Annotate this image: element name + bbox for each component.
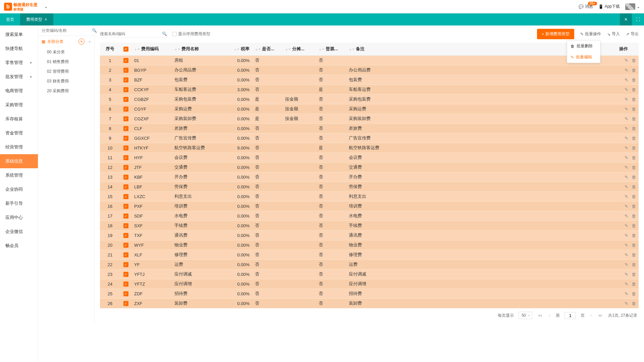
trash-icon[interactable]: 🗑 [632,175,636,180]
trash-icon[interactable]: 🗑 [632,184,636,189]
table-row[interactable]: 23 ✓ YFTJ 应付调减 0.00% 否 否 应付调减 ✎🗑 [100,269,639,279]
app-download-button[interactable]: 📱 App下载 [598,4,620,9]
table-row[interactable]: 9 ✓ GGXCF 广告宣传费 0.00% 否 否 广告宣传费 ✎🗑 [100,133,639,143]
prev-page-button[interactable]: ‹ [548,313,551,318]
table-row[interactable]: 14 ✓ LBF 劳保费 0.00% 否 否 劳保费 ✎🗑 [100,182,639,192]
table-row[interactable]: 7 ✓ CGZXF 采购装卸费 0.00% 是 按金额 否 采购装卸费 ✎🗑 [100,114,639,124]
close-icon[interactable]: ✕ [44,13,47,25]
company-selector[interactable]: ⌄ [42,3,50,10]
trash-icon[interactable]: 🗑 [632,291,636,296]
show-disabled-checkbox[interactable]: 显示停用费用类型 [172,31,210,37]
cell-select[interactable]: ✓ [120,95,131,104]
cell-select[interactable]: ✓ [120,231,131,240]
table-row[interactable]: 15 ✓ LXZC 利息支出 0.00% 否 否 利息支出 ✎🗑 [100,192,639,201]
search-input[interactable] [100,30,162,38]
category-search-input[interactable] [42,28,92,33]
table-row[interactable]: 24 ✓ YFTZ 应付调增 0.00% 否 否 应付调增 ✎🗑 [100,279,639,289]
trash-icon[interactable]: 🗑 [632,252,636,257]
table-row[interactable]: 19 ✓ TXF 通讯费 0.00% 否 否 通讯费 ✎🗑 [100,231,639,240]
table-row[interactable]: 17 ✓ SDF 水电费 0.00% 否 否 水电费 ✎🗑 [100,211,639,221]
edit-icon[interactable]: ✎ [625,58,628,63]
add-fee-type-button[interactable]: + 新增费用类型 [537,29,574,39]
trash-icon[interactable]: 🗑 [632,58,636,63]
edit-icon[interactable]: ✎ [625,223,628,228]
trash-icon[interactable]: 🗑 [632,87,636,92]
table-row[interactable]: 2 ✓ BGYP 办公用品费 0.00% 否 否 办公用品费 ✎🗑 [100,65,639,75]
table-row[interactable]: 11 ✓ HYF 会议费 0.00% 否 否 会议费 ✎🗑 [100,153,639,163]
cell-select[interactable]: ✓ [120,114,131,124]
cell-select[interactable]: ✓ [120,65,131,75]
category-item[interactable]: 03 财务费用 [47,76,94,86]
cell-select[interactable]: ✓ [120,124,131,133]
edit-icon[interactable]: ✎ [625,155,628,160]
table-row[interactable]: 6 ✓ CGYF 采购运费 0.00% 是 按金额 否 采购运费 ✎🗑 [100,104,639,114]
trash-icon[interactable]: 🗑 [632,233,636,238]
edit-icon[interactable]: ✎ [625,204,628,209]
page-input[interactable] [565,312,576,319]
sidebar-item[interactable]: 畅会员 [0,239,38,253]
tab-home[interactable]: 首页 [0,13,20,25]
trash-icon[interactable]: 🗑 [632,204,636,209]
sidebar-item[interactable]: 快捷导航 [0,42,38,56]
category-item[interactable]: 00 未分类 [47,47,94,57]
cell-select[interactable]: ✓ [120,221,131,231]
sidebar-item[interactable]: 零售管理▼ [0,56,38,70]
tab-close-all-button[interactable]: ✕ [620,13,632,25]
edit-icon[interactable]: ✎ [625,243,628,248]
col-rate[interactable]: ▲▼税率 [225,43,252,56]
cell-select[interactable]: ✓ [120,143,131,153]
collapse-icon[interactable]: « [89,39,91,44]
cell-select[interactable]: ✓ [120,250,131,260]
next-page-button[interactable]: › [589,313,593,318]
sidebar-item[interactable]: 库存核算 [0,112,38,126]
col-select-all[interactable]: ✓ [120,43,131,56]
cell-select[interactable]: ✓ [120,182,131,192]
trash-icon[interactable]: 🗑 [632,262,636,267]
edit-icon[interactable]: ✎ [625,272,628,277]
tab-fee-type[interactable]: 费用类型 ✕ [20,13,53,25]
col-code[interactable]: ▲▼费用编码 [131,43,172,56]
sidebar-item[interactable]: 系统管理 [0,168,38,182]
trash-icon[interactable]: 🗑 [632,68,636,73]
edit-icon[interactable]: ✎ [625,262,628,267]
cell-select[interactable]: ✓ [120,289,131,299]
edit-icon[interactable]: ✎ [625,252,628,257]
table-row[interactable]: 3 ✓ BZF 包装费 0.00% 否 否 包装费 ✎🗑 [100,75,639,85]
import-button[interactable]: ↘ 导入 [607,31,620,37]
trash-icon[interactable]: 🗑 [632,126,636,131]
cell-select[interactable]: ✓ [120,299,131,308]
trash-icon[interactable]: 🗑 [632,107,636,112]
category-item[interactable]: 02 管理费用 [47,67,94,76]
per-page-select[interactable]: 50 [519,312,532,319]
fullscreen-button[interactable]: ⛶ [632,13,644,25]
trash-icon[interactable]: 🗑 [632,97,636,102]
col-ticket[interactable]: ▲▼普票... [316,43,346,56]
table-row[interactable]: 13 ✓ KBF 开办费 0.00% 否 否 开办费 ✎🗑 [100,172,639,182]
cell-select[interactable]: ✓ [120,153,131,163]
cell-select[interactable]: ✓ [120,133,131,143]
edit-icon[interactable]: ✎ [625,184,628,189]
edit-icon[interactable]: ✎ [625,282,628,287]
messages-button[interactable]: 💬 消息 99+ [579,4,593,9]
col-share[interactable]: ▲▼分摊... [282,43,316,56]
sidebar-item[interactable]: 搜索菜单 [0,27,38,42]
first-page-button[interactable]: ⏮ [537,313,543,318]
user-menu[interactable]: ⌄ [625,3,640,10]
cell-select[interactable]: ✓ [120,163,131,172]
table-row[interactable]: 1 ✓ 01 房租 0.00% 否 否 ✎🗑 [100,56,639,65]
sidebar-item[interactable]: 电商管理 [0,84,38,98]
trash-icon[interactable]: 🗑 [632,282,636,287]
trash-icon[interactable]: 🗑 [632,136,636,141]
edit-icon[interactable]: ✎ [625,116,628,121]
cell-select[interactable]: ✓ [120,85,131,95]
edit-icon[interactable]: ✎ [625,214,628,219]
table-row[interactable]: 22 ✓ YF 运费 0.00% 否 否 运费 ✎🗑 [100,260,639,269]
edit-icon[interactable]: ✎ [625,97,628,102]
col-seq[interactable]: 序号 [100,43,120,56]
batch-delete-item[interactable]: 🗑 批量删除 [567,41,600,52]
cell-select[interactable]: ✓ [120,172,131,182]
table-row[interactable]: 10 ✓ HTKYF 航空铁路客运费 9.00% 否 是 航空铁路客运费 ✎🗑 [100,143,639,153]
col-is[interactable]: ▲▼是否... [252,43,282,56]
sidebar-item[interactable]: 新手引导 [0,196,38,210]
export-button[interactable]: ↗ 导出 [626,31,639,37]
